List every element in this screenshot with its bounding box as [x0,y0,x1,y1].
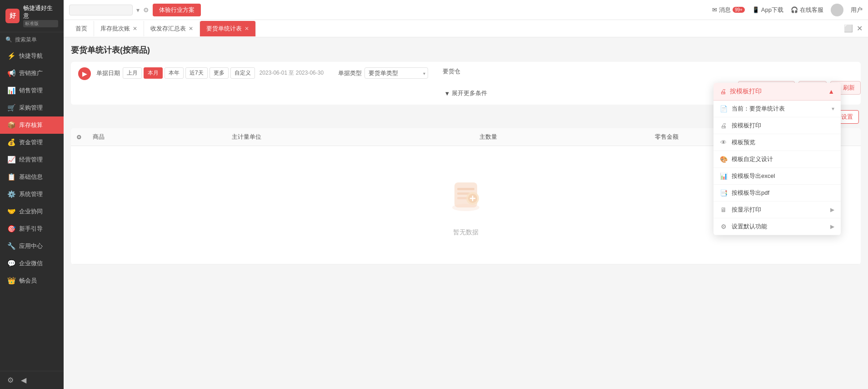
topbar: ▾ ⚙ 体验行业方案 ✉ 消息 99+ 📱 App下载 🎧 在线客服 用户 [64,0,868,20]
dropdown-current-label: 当前：要货单统计表 [732,105,785,113]
template-pdf-icon: 📑 [720,189,727,197]
dropdown-item-template-design[interactable]: 🎨 模板自定义设计 [713,151,841,168]
messages-btn[interactable]: ✉ 消息 99+ [712,6,745,14]
settings-icon[interactable]: ⚙ [7,376,14,384]
messages-badge: 99+ [733,7,745,13]
dropdown-item-template-preview[interactable]: 👁 模板预览 [713,134,841,151]
th-gear[interactable]: ⚙ [71,128,87,146]
system-icon: ⚙️ [7,190,15,198]
sidebar-item-apps[interactable]: 🔧 应用中心 [0,237,64,255]
settings-btn-label: 设置 [841,113,853,121]
tab-close-btn[interactable]: ✕ [857,24,863,33]
sidebar-item-marketing[interactable]: 📢 营销推广 [0,65,64,82]
tab-inventory-batch[interactable]: 库存批次账 ✕ [94,21,144,36]
page-content: 要货单统计表(按商品) 🖨 按模板打印 ▲ ↑ 导出 ↺ 刷新 ▶ 单据日期 [64,37,868,389]
filter-expand-btn[interactable]: ▶ [78,67,91,80]
filter-goods-label: 要货仓 [443,67,460,76]
industry-btn[interactable]: 体验行业方案 [153,4,201,16]
sidebar-item-system[interactable]: ⚙️ 系统管理 [0,186,64,203]
dropdown-item-display-print[interactable]: 🖥 按显示打印 ▶ [713,202,841,218]
topbar-settings-icon[interactable]: ⚙ [143,6,149,14]
member-icon: 👑 [7,277,15,285]
username-label: 用户 [851,6,863,14]
sidebar-item-finance[interactable]: 💰 资金管理 [0,134,64,151]
apps-icon: 🔧 [7,242,15,250]
sidebar-nav: ⚡ 快捷导航 📢 营销推广 📊 销售管理 🛒 采购管理 📦 库存核算 💰 资金管… [0,47,64,371]
current-template-icon: 📄 [720,105,727,112]
dropdown-item-default-func[interactable]: ⚙ 设置默认功能 ▶ [713,218,841,235]
display-print-label: 按显示打印 [732,206,761,214]
purchase-icon: 🛒 [7,104,15,112]
tab-order-stats[interactable]: 要货单统计表 ✕ [200,21,256,36]
tab-maximize-btn[interactable]: ⬜ [844,24,853,33]
dropdown-collapse-arrow[interactable]: ▲ [828,88,834,95]
sidebar-item-label: 销售管理 [19,86,43,95]
template-excel-icon: 📊 [720,172,727,180]
filter-type-select[interactable]: 要货单类型 [364,67,428,79]
sidebar-item-guide[interactable]: 🎯 新手引导 [0,220,64,237]
current-arrow: ▾ [832,106,834,112]
inventory-icon: 📦 [7,121,15,129]
sidebar-search[interactable]: 🔍 搜索菜单 [0,32,64,47]
topbar-search-input[interactable] [69,5,133,15]
tab-order-stats-close[interactable]: ✕ [244,25,249,32]
dropdown-item-template-excel[interactable]: 📊 按模板导出excel [713,168,841,185]
app-download-btn[interactable]: 📱 App下载 [752,6,783,14]
sidebar-item-label: 库存核算 [19,121,43,129]
tab-receipt-summary-close[interactable]: ✕ [189,25,193,32]
app-logo: 好 畅捷通好生意 标准版 [0,0,64,32]
tabs-right: ⬜ ✕ [844,24,863,33]
filter-type-label: 单据类型 [338,69,362,77]
default-func-icon: ⚙ [720,223,727,230]
filter-btn-more[interactable]: 更多 [210,67,229,79]
tab-receipt-summary[interactable]: 收发存汇总表 ✕ [144,21,200,36]
empty-text: 暂无数据 [453,228,479,237]
collapse-icon[interactable]: ◀ [21,376,26,384]
sidebar-item-purchase[interactable]: 🛒 采购管理 [0,99,64,116]
sidebar-item-label: 企业微信 [19,259,43,268]
filter-btn-this-year[interactable]: 本年 [165,67,184,79]
filter-btn-7days[interactable]: 近7天 [185,67,208,79]
tab-home[interactable]: 首页 [69,21,94,36]
sidebar-item-label: 基础信息 [19,173,43,181]
collab-icon: 🤝 [7,207,15,216]
tab-inventory-batch-close[interactable]: ✕ [133,25,137,32]
sidebar-footer: ⚙ ◀ [0,371,64,389]
filter-btn-custom[interactable]: 自定义 [230,67,255,79]
dropdown-item-template-print[interactable]: 🖨 按模板打印 [713,117,841,134]
sidebar-item-collab[interactable]: 🤝 企业协同 [0,203,64,220]
marketing-icon: 📢 [7,69,15,77]
template-print-icon: 🖨 [720,122,727,129]
app-tag: 标准版 [23,20,58,27]
template-design-label: 模板自定义设计 [732,155,773,163]
dropdown-item-template-pdf[interactable]: 📑 按模板导出pdf [713,185,841,202]
sidebar-item-member[interactable]: 👑 畅会员 [0,272,64,289]
topbar-dropdown-icon[interactable]: ▾ [136,6,140,14]
sidebar-search-label: 搜索菜单 [15,36,37,44]
app-download-label: App下载 [761,6,783,14]
sidebar-item-basic[interactable]: 📋 基础信息 [0,168,64,186]
sidebar-item-inventory[interactable]: 📦 库存核算 [0,116,64,134]
dropdown-header-right: ▲ [828,88,834,95]
dropdown-item-current[interactable]: 📄 当前：要货单统计表 ▾ [713,101,841,117]
display-print-arrow: ▶ [830,207,834,213]
filter-btn-this-month[interactable]: 本月 [144,67,163,79]
sidebar-item-quick-nav[interactable]: ⚡ 快捷导航 [0,47,64,65]
message-icon: ✉ [712,6,717,13]
messages-label: 消息 [719,6,731,14]
sidebar-item-wechat[interactable]: 💬 企业微信 [0,255,64,272]
filter-btn-last-month[interactable]: 上月 [123,67,142,79]
empty-icon [445,173,486,223]
template-excel-label: 按模板导出excel [732,172,775,180]
headset-icon: 🎧 [791,6,798,13]
expand-more-btn[interactable]: ▼ 展开更多条件 [440,87,492,99]
sidebar-item-label: 营销推广 [19,69,43,77]
user-avatar[interactable] [831,4,843,16]
template-design-icon: 🎨 [720,156,727,163]
sidebar-item-sales[interactable]: 📊 销售管理 [0,82,64,99]
sidebar-item-label: 企业协同 [19,207,43,216]
filter-date-range: 2023-06-01 至 2023-06-30 [259,69,324,77]
basic-icon: 📋 [7,173,15,181]
sidebar-item-operation[interactable]: 📈 经营管理 [0,151,64,168]
online-service-btn[interactable]: 🎧 在线客服 [791,6,823,14]
